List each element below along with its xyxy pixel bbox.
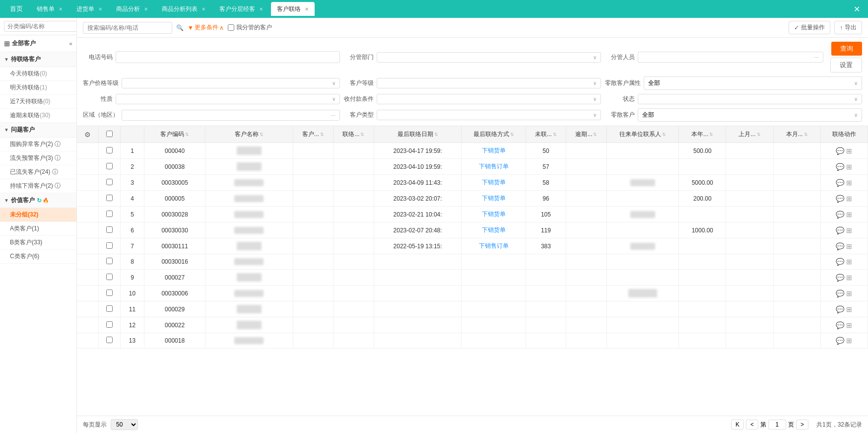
- row-checkbox[interactable]: [106, 305, 113, 312]
- td-check[interactable]: [99, 238, 121, 254]
- td-check[interactable]: [99, 222, 121, 238]
- td-check[interactable]: [99, 333, 121, 349]
- td-check[interactable]: [99, 286, 121, 301]
- row-checkbox[interactable]: [106, 337, 113, 343]
- sidebar-item-declining[interactable]: 持续下滑客户(2) ⓘ: [0, 179, 76, 193]
- sidebar-all-customers[interactable]: ⊞ 全部客户 «: [0, 35, 76, 52]
- nav-product-analysis-list-close[interactable]: ✕: [201, 6, 205, 12]
- footer-page-input[interactable]: [768, 420, 786, 430]
- th-name[interactable]: 客户名称⇅: [205, 126, 293, 143]
- th-type[interactable]: 客户...⇅: [293, 126, 334, 143]
- more-actions-icon[interactable]: ⊞: [846, 337, 852, 345]
- td-last-method[interactable]: 下销货单: [462, 222, 526, 238]
- nav-customer-segment-tab[interactable]: 客户分层经客 ✕: [213, 2, 269, 16]
- sidebar-item-7days[interactable]: 近7天待联络(0): [0, 95, 76, 109]
- sidebar-item-hoard-abnormal[interactable]: 囤购异常客户(2) ⓘ: [0, 138, 76, 151]
- th-no-contact[interactable]: 未联...⇅: [526, 126, 566, 143]
- batch-operation-button[interactable]: ✓ 批量操作: [789, 21, 830, 34]
- td-last-method[interactable]: 下销货单: [462, 207, 526, 222]
- sidebar-group-pending[interactable]: ▼ 待联络客户: [0, 52, 76, 67]
- message-icon[interactable]: 💬: [836, 195, 844, 203]
- message-icon[interactable]: 💬: [836, 258, 844, 266]
- filter-region-select[interactable]: ···: [122, 110, 340, 121]
- nav-home-tab[interactable]: 首页: [4, 2, 29, 16]
- my-customers-check[interactable]: [228, 24, 234, 31]
- td-check[interactable]: [99, 301, 121, 317]
- nav-product-analysis-tab[interactable]: 商品分析 ✕: [110, 2, 154, 16]
- last-method-link[interactable]: 下销货单: [482, 211, 506, 217]
- row-checkbox[interactable]: [106, 195, 113, 201]
- nav-product-analysis-list-tab[interactable]: 商品分析列表 ✕: [156, 2, 211, 16]
- more-actions-icon[interactable]: ⊞: [846, 147, 852, 155]
- message-icon[interactable]: 💬: [836, 179, 844, 187]
- td-check[interactable]: [99, 175, 121, 191]
- th-settings[interactable]: ⚙: [77, 126, 99, 143]
- td-check[interactable]: [99, 191, 121, 207]
- filter-payment-terms-select[interactable]: ∨: [377, 94, 601, 104]
- sidebar-item-ungrouped[interactable]: 未分组(32): [0, 208, 76, 222]
- message-icon[interactable]: 💬: [836, 242, 844, 250]
- message-icon[interactable]: 💬: [836, 321, 844, 329]
- footer-next-page-button[interactable]: >: [796, 420, 808, 430]
- reset-button[interactable]: 设置: [830, 58, 862, 72]
- th-unit-contact[interactable]: 往来单位联系人⇅: [606, 126, 678, 143]
- th-last-date[interactable]: 最后联络日期⇅: [374, 126, 462, 143]
- last-method-link[interactable]: 下销售订单: [479, 242, 509, 249]
- filter-search-input[interactable]: [83, 22, 172, 34]
- app-close-button[interactable]: ✕: [850, 4, 864, 14]
- row-checkbox[interactable]: [106, 211, 113, 217]
- filter-search-icon[interactable]: 🔍: [176, 24, 184, 31]
- settings-icon[interactable]: ⚙: [84, 131, 91, 139]
- td-check[interactable]: [99, 317, 121, 333]
- th-overdue[interactable]: 逾期...⇅: [566, 126, 607, 143]
- th-code[interactable]: 客户编码⇅: [144, 126, 205, 143]
- td-check[interactable]: [99, 254, 121, 270]
- row-checkbox[interactable]: [106, 226, 113, 233]
- th-last-method[interactable]: 最后联络方式⇅: [462, 126, 526, 143]
- sidebar-item-class-c[interactable]: C类客户(6): [0, 250, 76, 264]
- message-icon[interactable]: 💬: [836, 211, 844, 218]
- row-checkbox[interactable]: [106, 163, 113, 169]
- nav-sales-close[interactable]: ✕: [59, 6, 63, 12]
- sidebar-group-value[interactable]: ▼ 价值客户 ↻ 🔥: [0, 193, 76, 208]
- more-actions-icon[interactable]: ⊞: [846, 226, 852, 234]
- th-year-amount[interactable]: 本年...⇅: [679, 126, 726, 143]
- last-method-link[interactable]: 下销货单: [482, 179, 506, 186]
- refresh-icon[interactable]: ↻: [37, 197, 42, 204]
- sidebar-item-churn-warning[interactable]: 流失预警客户(3) ⓘ: [0, 151, 76, 165]
- more-actions-icon[interactable]: ⊞: [846, 258, 852, 266]
- row-checkbox[interactable]: [106, 274, 113, 280]
- nav-customer-contact-tab[interactable]: 客户联络 ✕: [271, 2, 315, 16]
- message-icon[interactable]: 💬: [836, 337, 844, 345]
- td-last-method[interactable]: 下销货单: [462, 175, 526, 191]
- row-checkbox[interactable]: [106, 321, 113, 328]
- filter-customer-level-select[interactable]: ∨: [377, 78, 601, 88]
- filter-phone-input[interactable]: [116, 51, 340, 63]
- filter-retail-attr-select[interactable]: 全部 ∨: [644, 76, 862, 90]
- sidebar-item-class-b[interactable]: B类客户(33): [0, 236, 76, 250]
- row-checkbox[interactable]: [106, 258, 113, 264]
- nav-purchase-close[interactable]: ✕: [98, 6, 102, 12]
- more-actions-icon[interactable]: ⊞: [846, 242, 852, 250]
- more-actions-icon[interactable]: ⊞: [846, 274, 852, 282]
- filter-dept-select[interactable]: ∨: [377, 52, 601, 63]
- row-checkbox[interactable]: [106, 289, 113, 296]
- more-actions-icon[interactable]: ⊞: [846, 321, 852, 329]
- more-actions-icon[interactable]: ⊞: [846, 195, 852, 203]
- message-icon[interactable]: 💬: [836, 274, 844, 282]
- td-last-method[interactable]: 下销货单: [462, 191, 526, 207]
- th-contact[interactable]: 联络...⇅: [334, 126, 374, 143]
- message-icon[interactable]: 💬: [836, 147, 844, 155]
- filter-status-select[interactable]: ∨: [638, 94, 862, 104]
- filter-retail-customer-select[interactable]: 全部 ∨: [638, 108, 862, 122]
- filter-property-select[interactable]: ∨: [116, 94, 340, 104]
- th-this-month[interactable]: 本月...⇅: [773, 126, 820, 143]
- filter-manager-select[interactable]: ···: [638, 52, 823, 63]
- th-check[interactable]: [99, 126, 121, 143]
- sidebar-item-today[interactable]: 今天待联络(0): [0, 67, 76, 81]
- td-check[interactable]: [99, 207, 121, 222]
- more-actions-icon[interactable]: ⊞: [846, 211, 852, 218]
- footer-first-page-button[interactable]: K: [731, 420, 744, 430]
- filter-customer-type-select[interactable]: ∨: [377, 110, 601, 120]
- nav-purchase-tab[interactable]: 进货单 ✕: [70, 2, 108, 16]
